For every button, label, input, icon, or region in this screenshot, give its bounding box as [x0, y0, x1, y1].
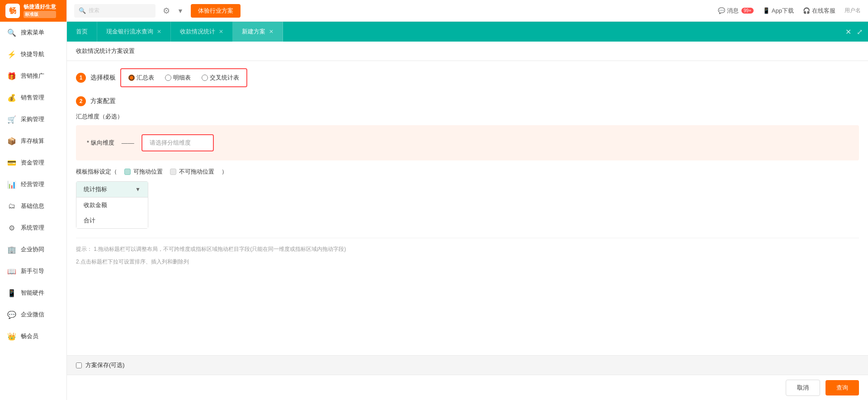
sidebar-item-label: 快捷导航: [21, 50, 44, 58]
metric-section: 模板指标设定（ 可拖动位置 不可拖动位置 ）: [76, 168, 859, 274]
dimension-placeholder: 请选择分组维度: [150, 139, 191, 146]
sidebar-item-system[interactable]: ⚙ 系统管理: [0, 217, 66, 239]
sidebar-item-operation[interactable]: 📊 经营管理: [0, 174, 66, 195]
tab-home-label: 首页: [76, 28, 88, 36]
sidebar-item-label: 企业协同: [21, 245, 44, 254]
legend-draggable: 可拖动位置: [124, 168, 163, 176]
radio-summary[interactable]: 汇总表: [128, 74, 154, 82]
dimension-selector[interactable]: 请选择分组维度: [142, 134, 214, 151]
draggable-dot: [124, 169, 131, 175]
metric-column-label: 统计指标: [84, 185, 107, 193]
main-area: 🔍 搜索 ⚙ ▼ 体验行业方案 💬 消息 99+ 📱 App下载 🎧 在线客服 …: [67, 0, 868, 400]
step2-section: 2 方案配置 汇总维度（必选） * 纵向维度 —— 请选择分组维度: [76, 96, 859, 274]
sidebar-item-smart-hw[interactable]: 📱 智能硬件: [0, 282, 66, 304]
cancel-button[interactable]: 取消: [786, 380, 820, 396]
inventory-icon: 📦: [7, 137, 16, 146]
sidebar-item-wechat[interactable]: 💬 企业微信: [0, 304, 66, 325]
sidebar-item-sales[interactable]: 💰 销售管理: [0, 87, 66, 108]
online-service-button[interactable]: 🎧 在线客服: [803, 7, 835, 15]
metric-dropdown-arrow-icon[interactable]: ▼: [135, 186, 141, 193]
content-area: 收款情况统计方案设置 1 选择模板 汇总表 明细表: [67, 42, 868, 400]
sidebar-item-inventory[interactable]: 📦 库存核算: [0, 130, 66, 152]
sidebar-item-enterprise[interactable]: 🏢 企业协同: [0, 239, 66, 260]
radio-crosstab-input[interactable]: [202, 75, 208, 81]
purchase-icon: 🛒: [7, 115, 16, 124]
tab-cashflow-label: 现金银行流水查询: [106, 28, 153, 36]
sidebar-item-quick-nav[interactable]: ⚡ 快捷导航: [0, 43, 66, 65]
tab-close-all-icon[interactable]: ✕: [845, 28, 851, 36]
tabbar-controls: ✕ ⤢: [840, 28, 868, 36]
message-button[interactable]: 💬 消息 99+: [718, 7, 754, 15]
tab-cashflow[interactable]: 现金银行流水查询 ✕: [97, 22, 171, 42]
sidebar-item-label: 库存核算: [21, 137, 44, 145]
step1-section: 1 选择模板 汇总表 明细表 交叉统计表: [76, 68, 859, 87]
tab-new-plan[interactable]: 新建方案 ✕: [233, 22, 283, 42]
vertical-dimension-label: * 纵向维度: [87, 139, 114, 147]
sidebar-item-label: 智能硬件: [21, 289, 44, 297]
topbar: 🔍 搜索 ⚙ ▼ 体验行业方案 💬 消息 99+ 📱 App下载 🎧 在线客服 …: [67, 0, 868, 22]
settings-icon[interactable]: ⚙: [163, 6, 170, 16]
search-menu-icon: 🔍: [7, 28, 16, 37]
sidebar-item-label: 营销推广: [21, 72, 44, 80]
tab-new-plan-close-icon[interactable]: ✕: [269, 28, 274, 35]
step2-title: 方案配置: [90, 97, 116, 105]
sidebar-item-marketing[interactable]: 🎁 营销推广: [0, 65, 66, 87]
sidebar-item-member[interactable]: 👑 畅会员: [0, 325, 66, 347]
tab-home[interactable]: 首页: [67, 22, 97, 42]
sidebar-item-basic-info[interactable]: 🗂 基础信息: [0, 195, 66, 217]
message-label: 消息: [727, 7, 739, 15]
dimension-config: 汇总维度（必选） * 纵向维度 —— 请选择分组维度: [76, 113, 859, 274]
tabbar: 首页 现金银行流水查询 ✕ 收款情况统计 ✕ 新建方案 ✕ ✕ ⤢: [67, 22, 868, 42]
tab-receipt-stats[interactable]: 收款情况统计 ✕: [171, 22, 233, 42]
tips-section: 提示： 1.拖动标题栏可以调整布局，不可跨维度或指标区域拖动栏目字段(只能在同一…: [76, 238, 859, 274]
sidebar-item-label: 销售管理: [21, 94, 44, 102]
page-title: 收款情况统计方案设置: [76, 47, 135, 54]
dimension-arrow: ——: [122, 139, 134, 146]
metric-table-header[interactable]: 统计指标 ▼: [76, 182, 148, 198]
tab-receipt-stats-close-icon[interactable]: ✕: [219, 28, 223, 35]
legend-not-draggable-label: 不可拖动位置: [179, 168, 214, 176]
radio-detail-input[interactable]: [165, 75, 171, 81]
guide-icon: 📖: [7, 267, 16, 276]
tab-expand-icon[interactable]: ⤢: [857, 28, 863, 36]
radio-detail-label: 明细表: [173, 74, 191, 82]
sidebar-item-guide[interactable]: 📖 新手引导: [0, 260, 66, 282]
logo-icon: 畅: [5, 4, 20, 18]
app-download-button[interactable]: 📱 App下载: [763, 7, 794, 15]
dropdown-arrow-icon[interactable]: ▼: [177, 7, 184, 14]
industry-plan-button[interactable]: 体验行业方案: [191, 4, 241, 18]
message-icon: 💬: [718, 7, 725, 14]
basic-info-icon: 🗂: [7, 202, 16, 210]
system-icon: ⚙: [7, 224, 16, 232]
sidebar-item-finance[interactable]: 💳 资金管理: [0, 152, 66, 174]
search-placeholder: 搜索: [89, 7, 99, 14]
tab-new-plan-label: 新建方案: [242, 28, 265, 36]
message-badge: 99+: [741, 8, 754, 14]
tab-cashflow-close-icon[interactable]: ✕: [157, 28, 161, 35]
query-button[interactable]: 查询: [826, 380, 859, 395]
page-header: 收款情况统计方案设置: [67, 42, 868, 61]
page-body: 1 选择模板 汇总表 明细表 交叉统计表: [67, 61, 868, 355]
dimension-area: * 纵向维度 —— 请选择分组维度: [76, 125, 859, 160]
radio-crosstab[interactable]: 交叉统计表: [202, 74, 239, 82]
quick-nav-icon: ⚡: [7, 50, 16, 59]
save-checkbox[interactable]: [76, 362, 82, 368]
service-icon: 🎧: [803, 7, 810, 14]
search-box[interactable]: 🔍 搜索: [74, 4, 156, 18]
service-label: 在线客服: [812, 7, 835, 15]
vertical-dimension-row: * 纵向维度 —— 请选择分组维度: [87, 134, 848, 151]
sidebar-item-purchase[interactable]: 🛒 采购管理: [0, 108, 66, 130]
search-icon: 🔍: [79, 7, 86, 14]
save-label[interactable]: 方案保存(可选): [85, 361, 125, 369]
radio-detail[interactable]: 明细表: [165, 74, 191, 82]
step1-number: 1: [76, 73, 86, 83]
sidebar-item-label: 采购管理: [21, 115, 44, 123]
step2-number: 2: [76, 96, 86, 106]
sidebar-item-label: 经营管理: [21, 180, 44, 188]
metric-header: 模板指标设定（ 可拖动位置 不可拖动位置 ）: [76, 168, 859, 176]
sidebar-item-label: 系统管理: [21, 224, 44, 232]
radio-summary-input[interactable]: [128, 75, 135, 81]
sidebar-item-search-menu[interactable]: 🔍 搜索菜单: [0, 22, 66, 43]
wechat-icon: 💬: [7, 311, 16, 319]
sidebar-item-label: 新手引导: [21, 267, 44, 275]
